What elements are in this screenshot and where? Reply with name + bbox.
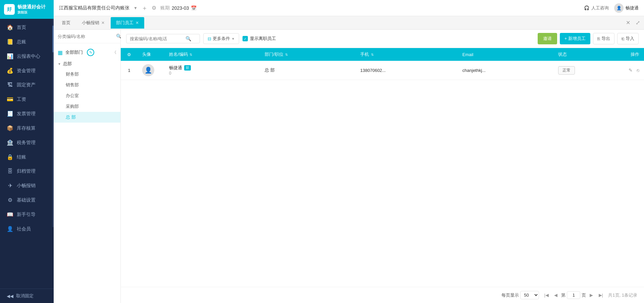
topbar-right: 🎧 人工咨询 👤 畅捷通 [584,3,639,13]
employee-search-bar: 🔍 [126,34,200,43]
tax-icon: 🏦 [7,139,13,146]
table-body: 1 👤 畅捷通 部 0 [121,61,644,80]
exit-employee-button[interactable]: ⎋ [637,68,639,73]
sidebar-item-invoice[interactable]: 🧾 发票管理 [0,106,54,121]
name-badge-wrap: 畅捷通 部 [169,65,255,71]
add-company-button[interactable]: ＋ [142,4,148,12]
dept-collapse-icon[interactable]: 《 [112,50,116,55]
sidebar-item-close[interactable]: 🔒 结账 [0,150,54,164]
sidebar-item-home[interactable]: 🏠 首页 [0,20,54,35]
row-actions: ✎ ⎋ [604,61,644,80]
close-window-button[interactable]: ✕ [625,18,632,27]
root-dept-header[interactable]: ▼ 总部 [54,59,120,69]
show-resigned-toggle[interactable]: ✓ 显示离职员工 [243,36,276,42]
dept-search-bar: 🔍 [54,30,120,43]
employee-table: ⚙ 头像 姓名/编码 ⇅ 部门/职位 ⇅ 手机 [121,48,644,80]
next-page-button[interactable]: ▶ [587,291,595,299]
col-avatar: 头像 [138,48,164,61]
sidebar-item-reports[interactable]: 📊 云报表中心 [0,49,54,63]
employee-avatar: 👤 [142,64,154,76]
settings-gear-icon[interactable]: ⚙ [152,5,156,11]
calendar-icon[interactable]: 📅 [191,5,197,11]
more-filter-button[interactable]: ⊟ 更多条件 ▼ [203,33,239,44]
filter-icon: ⊟ [208,36,211,41]
employee-dept-badge: 部 [184,65,191,71]
dept-item-sales[interactable]: 销售部 [54,80,120,90]
sidebar-item-payroll[interactable]: 💳 工资 [0,92,54,106]
sidebar-item-settings[interactable]: ⚙ 基础设置 [0,193,54,207]
employee-code: 0 [169,71,255,76]
prev-page-button[interactable]: ◀ [552,291,560,299]
page-prefix-label: 第 [561,292,566,298]
tab-window-controls: ✕ ⤢ [625,18,641,27]
tab-home[interactable]: 首页 [56,17,76,29]
dept-item-finance[interactable]: 财务部 [54,69,120,80]
unpin-icon: ◀◀ [7,294,13,299]
add-employee-button[interactable]: + 新增员工 [560,33,590,44]
edit-employee-button[interactable]: ✎ [629,68,633,73]
show-resigned-checkbox[interactable]: ✓ [243,36,248,41]
dept-item-headquarters[interactable]: 总 部 [54,112,120,123]
employee-name: 畅捷通 [169,65,182,71]
company-dropdown-icon[interactable]: ▼ [133,6,138,10]
sidebar-item-expense[interactable]: ✈ 小畅报销 [0,178,54,193]
app-logo: 好 畅捷通好会计 旗舰版 [0,0,54,19]
user-menu[interactable]: 👤 畅捷通 [614,3,639,13]
dept-item-procurement[interactable]: 采购部 [54,101,120,112]
archive-icon: 🗄 [7,168,13,174]
col-dept[interactable]: 部门/职位 ⇅ [260,48,356,61]
table-header: ⚙ 头像 姓名/编码 ⇅ 部门/职位 ⇅ 手机 [121,48,644,61]
sidebar-item-tax[interactable]: 🏦 税务管理 [0,135,54,150]
avatar: 👤 [614,3,624,13]
payroll-icon: 💳 [7,96,13,102]
import-button[interactable]: ⎗ 导入 [617,33,639,44]
close-expense-tab[interactable]: ✕ [101,20,105,25]
name-sort-icon: ⇅ [190,53,192,56]
main-area: 江西服宝精品有限责任公司内账张 ▼ ＋ ⚙ 账期 2023-03 📅 🎧 人工咨… [54,0,644,303]
sidebar-item-guide[interactable]: 📖 新手引导 [0,207,54,222]
last-page-button[interactable]: ▶| [597,291,605,299]
col-phone[interactable]: 手机 ⇅ [356,48,458,61]
expand-window-button[interactable]: ⤢ [634,18,641,27]
sidebar-item-archive[interactable]: 🗄 归档管理 [0,164,54,178]
dept-item-office[interactable]: 办公室 [54,90,120,101]
right-panel: 🔍 ⊟ 更多条件 ▼ ✓ 显示离职员工 邀请 + 新增员工 ⎘ 导出 [121,30,644,303]
sidebar-item-inventory[interactable]: 📦 库存核算 [0,121,54,135]
page-suffix-label: 页 [582,292,586,298]
first-page-button[interactable]: |◀ [542,291,550,299]
page-number-input[interactable] [567,291,580,299]
col-email: Email [458,48,553,61]
dept-edit-button[interactable]: ✎ [87,49,94,56]
row-name-code: 畅捷通 部 0 [164,61,260,80]
grid-icon: ▦ [58,49,63,56]
invite-button[interactable]: 邀请 [538,33,557,44]
page-size-select[interactable]: 50 20 100 [520,291,539,299]
export-button[interactable]: ⎘ 导出 [593,33,614,44]
row-avatar: 👤 [138,61,164,80]
page-total-label: 共1页, 1条记录 [608,292,637,298]
tab-dept[interactable]: 部门员工 ✕ [111,17,144,29]
dept-search-input[interactable] [58,34,114,39]
col-name[interactable]: 姓名/编码 ⇅ [164,48,260,61]
all-dept-item[interactable]: ▦ 全部部门 ✎ 《 [54,46,120,59]
close-dept-tab[interactable]: ✕ [136,20,139,25]
guide-icon: 📖 [7,211,13,218]
unpin-button[interactable]: ◀◀ 取消固定 [0,289,54,303]
sidebar-item-ledger[interactable]: 📒 总账 [0,35,54,49]
sidebar-item-assets[interactable]: 🏗 固定资产 [0,78,54,92]
table-row: 1 👤 畅捷通 部 0 [121,61,644,80]
close-icon: 🔒 [7,154,13,160]
sidebar-item-members[interactable]: 👤 社会员 [0,222,54,236]
import-icon: ⎗ [622,36,624,41]
toolbar-right-actions: 邀请 + 新增员工 ⎘ 导出 ⎗ 导入 [538,33,639,44]
tab-expense[interactable]: 小畅报销 ✕ [76,17,110,29]
inventory-icon: 📦 [7,125,13,131]
col-settings[interactable]: ⚙ [121,48,138,61]
employee-search-input[interactable] [130,36,183,41]
service-button[interactable]: 🎧 人工咨询 [584,5,609,11]
employee-search-icon[interactable]: 🔍 [185,36,191,41]
export-icon: ⎘ [597,36,600,41]
row-phone: 138070602... [356,61,458,80]
sidebar-item-funds[interactable]: 💰 资金管理 [0,63,54,78]
content-area: 🔍 ▦ 全部部门 ✎ 《 ▼ 总部 财务部 销售部 [54,30,644,303]
